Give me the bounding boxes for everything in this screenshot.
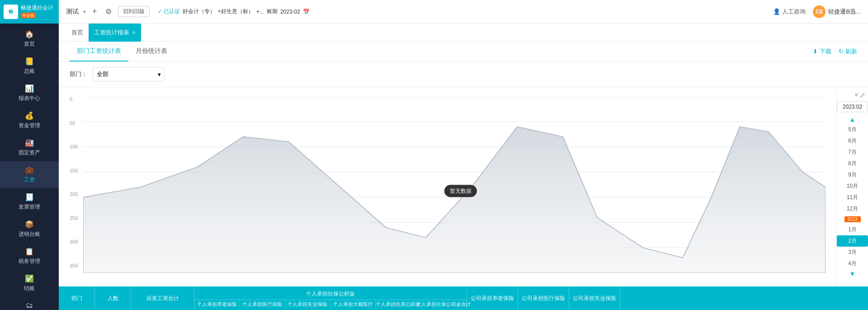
panel-expand-btn[interactable]: ⤢ bbox=[859, 91, 865, 100]
reports-icon: 📊 bbox=[25, 84, 34, 93]
chart-tooltip: 暂无数据 bbox=[444, 185, 477, 197]
date-month-9[interactable]: 9月 bbox=[837, 169, 868, 181]
year-label[interactable]: 2023.02 bbox=[837, 101, 868, 112]
department-select[interactable]: 全部 ▾ bbox=[93, 67, 165, 81]
ledger-icon: 📒 bbox=[25, 57, 34, 66]
sidebar-label-reports: 报表中心 bbox=[19, 95, 40, 102]
home-icon: 🏠 bbox=[25, 30, 34, 38]
refresh-btn[interactable]: ↻ 刷新 bbox=[839, 48, 857, 56]
date-month-12[interactable]: 12月 bbox=[837, 203, 868, 215]
sidebar-item-ledger[interactable]: 📒 总账 bbox=[0, 52, 59, 80]
date-month-3[interactable]: 3月 bbox=[837, 247, 868, 258]
calendar-icon[interactable]: 📅 bbox=[303, 9, 310, 15]
th-personal-pension: 个人承担养老保险 bbox=[194, 300, 240, 309]
tab-monthly[interactable]: 月份统计表 bbox=[128, 42, 175, 62]
date-month-11[interactable]: 11月 bbox=[837, 192, 868, 203]
sidebar-item-funds[interactable]: 💰 资金管理 bbox=[0, 107, 59, 134]
user-menu[interactable]: CE 轻捷通B迅... bbox=[813, 5, 861, 18]
consult-btn[interactable]: 👤 人工咨询 bbox=[773, 8, 806, 16]
inner-tabs: 部门工资统计表 月份统计表 ⬇ 下载 ↻ 刷新 bbox=[59, 42, 868, 62]
date-month-2[interactable]: 2月 bbox=[837, 235, 868, 247]
tab-bar: 首页 工资统计报表 × bbox=[59, 24, 868, 42]
date-month-7[interactable]: 7月 bbox=[837, 147, 868, 158]
sidebar-item-reports[interactable]: 📊 报表中心 bbox=[0, 80, 59, 107]
sidebar-label-salary: 工资 bbox=[24, 176, 35, 184]
content-area: 首页 工资统计报表 × 部门工资统计表 月份统计表 ⬇ 下载 bbox=[59, 24, 868, 310]
chart-container: 350 300 250 200 150 100 50 0 bbox=[59, 87, 836, 286]
topbar-gear-icon[interactable]: ⚙ bbox=[104, 7, 113, 16]
sidebar-item-assets[interactable]: 🏭 固定资产 bbox=[0, 134, 59, 161]
sidebar: 畅 畅捷通好会计 专业版 🏠 首页 📒 总账 📊 报表中心 💰 资金管理 🏭 固… bbox=[0, 0, 59, 310]
logo-icon: 畅 bbox=[4, 5, 18, 19]
date-month-5[interactable]: 5月 bbox=[837, 124, 868, 135]
th-department: 部门 bbox=[59, 286, 95, 310]
date-month-6[interactable]: 6月 bbox=[837, 135, 868, 147]
date-month-1[interactable]: 1月 bbox=[837, 224, 868, 235]
good-account-tag: 好会计（专） bbox=[183, 8, 215, 15]
th-group-subs: 个人承担养老保险 个人承担医疗保险 个人承担失业保险 个人承担大额医疗 个人承担 bbox=[194, 300, 467, 309]
period-value: 2023-02 bbox=[280, 9, 300, 15]
checkout-icon: ✅ bbox=[25, 274, 34, 283]
sidebar-label-invoice: 发票管理 bbox=[19, 203, 40, 211]
switch-old-btn[interactable]: 切到旧版 bbox=[118, 6, 150, 17]
tab-salary-report[interactable]: 工资统计报表 × bbox=[89, 24, 141, 42]
topbar-tags: ✓ 已认证 好会计（专） +好生意（标） +... 账期 2023-02 📅 bbox=[158, 8, 310, 15]
sidebar-item-home[interactable]: 🏠 首页 bbox=[0, 25, 59, 52]
sidebar-label-home: 首页 bbox=[24, 40, 35, 48]
tab-close-icon[interactable]: × bbox=[132, 29, 136, 36]
chart-section: 350 300 250 200 150 100 50 0 bbox=[59, 87, 868, 286]
app-logo: 畅 畅捷通好会计 专业版 bbox=[0, 0, 59, 24]
topbar-plus-icon[interactable]: + bbox=[90, 7, 99, 16]
date-next-btn[interactable]: ▼ bbox=[849, 270, 856, 277]
th-personal-unemployment: 个人承担失业保险 bbox=[285, 300, 330, 309]
sidebar-item-tax[interactable]: 📋 税务管理 bbox=[0, 243, 59, 270]
tax-icon: 📋 bbox=[25, 247, 34, 256]
topbar-right: 👤 人工咨询 CE 轻捷通B迅... bbox=[773, 5, 861, 18]
chevron-down-icon: ▾ bbox=[158, 71, 161, 78]
th-count: 人数 bbox=[95, 286, 131, 310]
date-month-10[interactable]: 10月 bbox=[837, 181, 868, 192]
table-header: 部门 人数 应发工资合计 个人承担社保公积金 个人承担养老保险 个人承担医疗 bbox=[59, 286, 868, 310]
th-group-label: 个人承担社保公积金 bbox=[194, 288, 467, 300]
sidebar-item-checkout[interactable]: ✅ 结账 bbox=[0, 270, 59, 297]
archive-icon: 🗂 bbox=[26, 301, 33, 310]
period-label: 账期 bbox=[267, 8, 278, 15]
page-content: 部门工资统计表 月份统计表 ⬇ 下载 ↻ 刷新 部门： bbox=[59, 42, 868, 310]
date-prev-btn[interactable]: ▲ bbox=[849, 116, 856, 123]
chart-inner: 350 300 250 200 150 100 50 0 bbox=[59, 87, 836, 286]
topbar-dropdown[interactable]: ▾ bbox=[83, 9, 86, 15]
year-2023-badge: 2023 bbox=[844, 216, 861, 222]
sidebar-item-invoice[interactable]: 🧾 发票管理 bbox=[0, 188, 59, 215]
tab-department[interactable]: 部门工资统计表 bbox=[70, 42, 128, 62]
sidebar-label-checkout: 结账 bbox=[24, 285, 35, 292]
tab-home[interactable]: 首页 bbox=[66, 24, 89, 42]
th-personal-large-medical: 个人承担大额医疗 bbox=[330, 300, 376, 309]
filter-label: 部门： bbox=[70, 70, 87, 78]
panel-close-area: × ⤢ bbox=[837, 91, 868, 101]
logo-text: 畅捷通好会计 专业版 bbox=[21, 5, 53, 19]
sidebar-label-assets: 固定资产 bbox=[19, 149, 40, 157]
th-company-pension: 公司承担养老保险 bbox=[467, 286, 518, 310]
sidebar-nav: 🏠 首页 📒 总账 📊 报表中心 💰 资金管理 🏭 固定资产 💼 工资 🧾 发票… bbox=[0, 24, 59, 310]
date-month-4[interactable]: 4月 bbox=[837, 258, 868, 269]
topbar: 测试 ▾ + ⚙ 切到旧版 ✓ 已认证 好会计（专） +好生意（标） +... … bbox=[59, 0, 868, 24]
sidebar-label-funds: 资金管理 bbox=[19, 122, 40, 129]
topbar-title: 测试 bbox=[66, 8, 79, 16]
sidebar-label-ledger: 总账 bbox=[24, 67, 35, 75]
sidebar-item-archive[interactable]: 🗂 归档管理 bbox=[0, 297, 59, 310]
panel-close-btn[interactable]: × bbox=[854, 91, 859, 100]
th-total-salary: 应发工资合计 bbox=[131, 286, 194, 310]
user-name: 轻捷通B迅... bbox=[828, 8, 861, 16]
th-company-medical: 公司承担医疗保险 bbox=[518, 286, 569, 310]
assets-icon: 🏭 bbox=[25, 138, 34, 147]
sidebar-item-salary[interactable]: 💼 工资 bbox=[0, 161, 59, 188]
date-month-8[interactable]: 8月 bbox=[837, 158, 868, 169]
salary-icon: 💼 bbox=[25, 166, 34, 174]
download-btn[interactable]: ⬇ 下载 bbox=[813, 48, 831, 56]
sidebar-item-sales[interactable]: 📦 进销台账 bbox=[0, 215, 59, 243]
sidebar-label-tax: 税务管理 bbox=[19, 258, 40, 265]
avatar: CE bbox=[813, 5, 826, 18]
download-icon: ⬇ bbox=[813, 48, 818, 55]
th-personal-medical: 个人承担医疗保险 bbox=[240, 300, 285, 309]
tab-salary-report-label: 工资统计报表 bbox=[94, 29, 129, 37]
